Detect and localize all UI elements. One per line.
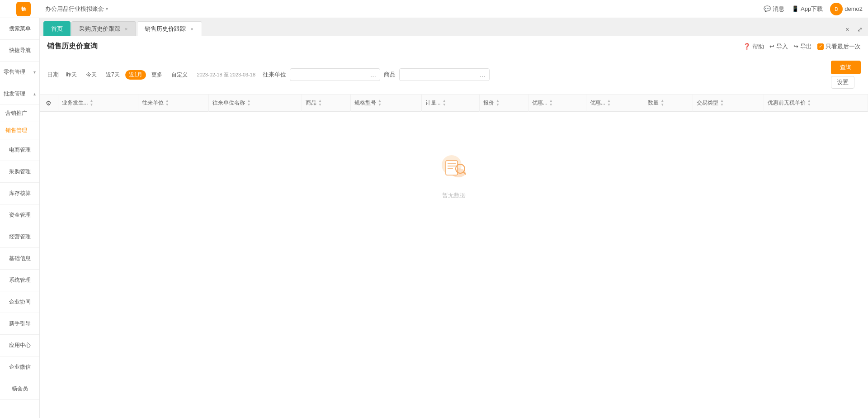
tab-purchase-history[interactable]: 采购历史价跟踪 × [71,21,136,36]
sidebar-item-wechat[interactable]: 企业微信 [0,356,39,378]
tab-sales-history-label: 销售历史价跟踪 [145,25,186,33]
tab-sales-history[interactable]: 销售历史价跟踪 × [137,21,202,36]
sidebar-item-retail-mgmt[interactable]: 零售管理 ▾ [0,62,39,83]
header-right: 💬 消息 📱 App下载 D demo2 [764,3,863,15]
import-button[interactable]: ↩ 导入 [769,43,788,51]
sidebar-label-quick-nav: 快捷导航 [9,47,31,54]
date-pill-more[interactable]: 更多 [148,70,166,80]
tab-home[interactable]: 首页 [43,21,71,36]
tab-home-label: 首页 [51,25,63,33]
sidebar-item-system[interactable]: 系统管理 [0,270,39,291]
partner-dots[interactable]: ... [370,71,376,79]
goods-dots[interactable]: ... [480,71,486,79]
sidebar-item-finance[interactable]: 资金管理 [0,204,39,226]
sidebar-item-operations[interactable]: 经营管理 [0,226,39,248]
sidebar-item-inventory[interactable]: 库存核算 [0,183,39,204]
col-partner-name[interactable]: 往来单位名称 ▲ ▼ [209,95,302,112]
partner-input[interactable] [294,71,370,78]
sidebar-item-quick-nav[interactable]: 快捷导航 [0,40,39,62]
date-range-text: 2023-02-18 至 2023-03-18 [197,71,255,78]
sidebar-label-marketing: 营销推广 [5,110,27,116]
empty-text: 暂无数据 [442,191,466,200]
import-icon: ↩ [769,43,774,50]
date-pill-yesterday[interactable]: 昨天 [62,70,80,80]
tab-close-all-button[interactable]: × [843,25,852,34]
sidebar-item-ecommerce[interactable]: 电商管理 [0,139,39,161]
tab-purchase-history-close[interactable]: × [124,25,128,33]
sort-arrows-discount2: ▲ ▼ [607,99,611,107]
dropdown-arrow-icon[interactable]: ▾ [106,6,108,11]
date-pill-today[interactable]: 今天 [82,70,100,80]
logo-area: 畅 [5,2,42,16]
col-partner-code[interactable]: 往来单位 ▲ ▼ [138,95,209,112]
date-pill-7days[interactable]: 近7天 [102,70,123,80]
help-button[interactable]: ❓ 帮助 [743,43,764,51]
export-button[interactable]: ↪ 导出 [793,43,812,51]
only-last-label: 只看最后一次 [826,43,861,51]
sort-arrows-partner-name: ▲ ▼ [247,99,250,107]
search-button[interactable]: 查询 [831,61,861,74]
col-spec[interactable]: 规格型号 ▲ ▼ [350,95,421,112]
col-biz-date[interactable]: 业务发生... ▲ ▼ [58,95,138,112]
app-download-label: App下载 [801,5,823,13]
tab-purchase-history-label: 采购历史价跟踪 [79,25,120,33]
user-area[interactable]: D demo2 [830,3,863,15]
sort-arrows-quote: ▲ ▼ [496,99,500,107]
col-discount2-label: 优惠... [590,99,605,107]
help-label: 帮助 [752,43,764,51]
col-goods-label: 商品 [306,99,316,107]
sidebar-item-app-center[interactable]: 应用中心 [0,335,39,356]
checkbox-icon: ✓ [817,43,824,50]
sort-arrows-quantity: ▲ ▼ [660,99,664,107]
sort-arrows-pre-tax-price: ▲ ▼ [807,99,811,107]
empty-icon [436,148,472,184]
goods-input[interactable] [403,71,480,78]
date-pill-1month[interactable]: 近1月 [125,70,146,80]
tab-maximize-button[interactable]: ⤢ [855,25,864,34]
only-last-checkbox[interactable]: ✓ 只看最后一次 [817,43,861,51]
sidebar-item-wholesale-mgmt[interactable]: 批发管理 ▴ [0,83,39,105]
main-layout: 搜索菜单 快捷导航 零售管理 ▾ 批发管理 ▴ 营销推广 销售管理 电商管理 采… [0,18,868,418]
top-header: 畅 办公用品行业模拟账套 ▾ 💬 消息 📱 App下载 D demo2 [0,0,868,18]
sidebar-label-enterprise: 企业协同 [9,298,31,306]
sidebar-item-basic-info[interactable]: 基础信息 [0,248,39,270]
avatar-initial: D [835,6,838,12]
sort-arrows-partner-code: ▲ ▼ [165,99,169,107]
sidebar-item-membership[interactable]: 畅会员 [0,378,39,400]
tab-sales-history-close[interactable]: × [189,25,194,33]
col-partner-code-label: 往来单位 [142,99,164,107]
col-settings[interactable]: ⚙ [40,95,58,112]
right-panel: 首页 采购历史价跟踪 × 销售历史价跟踪 × × ⤢ 销售历史价查询 [40,18,868,418]
sidebar-label-system: 系统管理 [9,276,31,284]
chevron-down-icon: ▾ [33,70,36,75]
col-discount1[interactable]: 优惠... ▲ ▼ [528,95,586,112]
app-download-button[interactable]: 📱 App下载 [792,5,823,13]
tab-bar-actions: × ⤢ [843,25,864,36]
sidebar-label-retail-mgmt: 零售管理 [4,68,25,76]
settings-gear-icon[interactable]: ⚙ [46,100,52,107]
col-trade-type[interactable]: 交易类型 ▲ ▼ [693,95,764,112]
col-goods[interactable]: 商品 ▲ ▼ [302,95,351,112]
sidebar-label-wechat: 企业微信 [9,363,31,371]
col-quantity[interactable]: 数量 ▲ ▼ [644,95,693,112]
col-pre-tax-price[interactable]: 优惠前无税单价 ▲ ▼ [764,95,868,112]
date-pill-custom[interactable]: 自定义 [168,70,191,80]
sidebar-item-sales-mgmt[interactable]: 销售管理 [0,122,39,139]
settings-button[interactable]: 设置 [831,76,854,89]
sidebar-item-enterprise[interactable]: 企业协同 [0,291,39,313]
goods-label: 商品 [384,71,396,79]
data-table: ⚙ 业务发生... ▲ ▼ [40,95,868,112]
sidebar-item-guide[interactable]: 新手引导 [0,313,39,335]
col-unit[interactable]: 计量... ▲ ▼ [421,95,479,112]
sidebar-item-purchase[interactable]: 采购管理 [0,161,39,183]
logo-text: 畅 [21,6,26,12]
col-spec-label: 规格型号 [354,99,376,107]
sidebar-item-marketing[interactable]: 营销推广 [0,105,39,122]
col-pre-tax-price-label: 优惠前无税单价 [768,99,806,107]
sidebar: 搜索菜单 快捷导航 零售管理 ▾ 批发管理 ▴ 营销推广 销售管理 电商管理 采… [0,18,40,418]
col-discount2[interactable]: 优惠... ▲ ▼ [586,95,644,112]
message-button[interactable]: 💬 消息 [764,5,784,13]
sidebar-item-search-menu[interactable]: 搜索菜单 [0,18,39,40]
col-quote[interactable]: 报价 ▲ ▼ [479,95,528,112]
page-title: 销售历史价查询 [47,42,98,51]
